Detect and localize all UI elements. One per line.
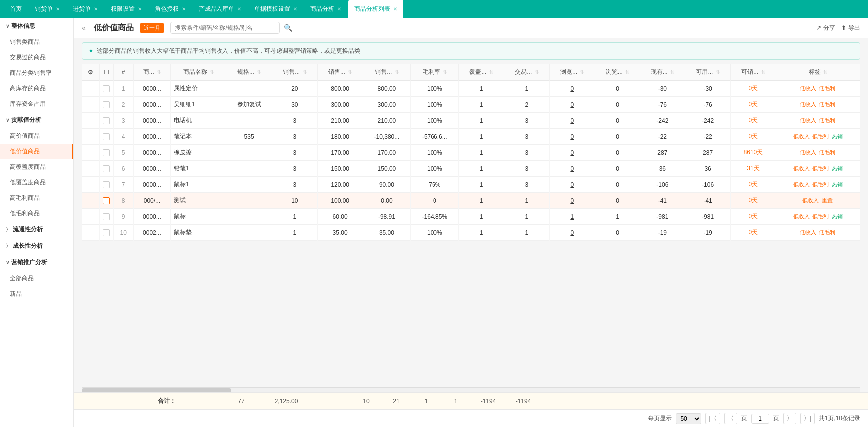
- table-row[interactable]: 9 0000... 鼠标 1 60.00 -98.91 -164.85% 1 1…: [82, 209, 860, 225]
- first-page-button[interactable]: |〈: [705, 413, 720, 424]
- next-page-button[interactable]: 〉: [783, 413, 796, 424]
- sidebar-item-stock-capital[interactable]: 库存资金占用: [0, 96, 73, 112]
- close-icon[interactable]: ✕: [393, 6, 397, 12]
- nav-home[interactable]: 首页: [4, 0, 28, 18]
- close-icon[interactable]: ✕: [56, 6, 60, 12]
- col-spec[interactable]: 规格... ⇅: [226, 64, 272, 81]
- row-browse1[interactable]: 0: [549, 81, 595, 97]
- sidebar-item-high-stock[interactable]: 高库存的商品: [0, 81, 73, 96]
- close-icon[interactable]: ✕: [293, 6, 297, 12]
- checkbox-cell[interactable]: [99, 177, 113, 193]
- prev-page-button[interactable]: 〈: [724, 413, 737, 424]
- col-current-stock[interactable]: 现有... ⇅: [640, 64, 685, 81]
- row-browse1[interactable]: 0: [549, 129, 595, 145]
- sidebar-item-high-value[interactable]: 高价值商品: [0, 128, 73, 144]
- table-row[interactable]: 7 0000... 鼠标1 3 120.00 90.00 75% 1 3 0 0…: [82, 177, 860, 193]
- per-page-select[interactable]: 50 100 200: [676, 413, 701, 424]
- checkbox-cell[interactable]: [99, 81, 113, 97]
- col-settings[interactable]: ⚙: [82, 64, 99, 81]
- col-margin-rate[interactable]: 毛利率 ⇅: [411, 64, 459, 81]
- collapse-button[interactable]: «: [82, 24, 86, 32]
- sidebar-item-low-margin[interactable]: 低毛利商品: [0, 206, 73, 221]
- sidebar-group-growth[interactable]: 〉 成长性分析: [0, 238, 73, 254]
- row-checkbox[interactable]: [103, 85, 110, 92]
- sidebar-item-high-margin[interactable]: 高毛利商品: [0, 190, 73, 206]
- page-input[interactable]: [751, 414, 769, 424]
- col-sales3[interactable]: 销售... ⇅: [363, 64, 411, 81]
- sidebar-group-overall[interactable]: ∨ 整体信息: [0, 18, 73, 34]
- sidebar-item-traded-products[interactable]: 交易过的商品: [0, 50, 73, 65]
- row-browse1[interactable]: 0: [549, 177, 595, 193]
- checkbox-cell[interactable]: [99, 209, 113, 225]
- table-row[interactable]: 8 000/... 测试 10 100.00 0.00 0 1 1 0 0 -4…: [82, 193, 860, 209]
- row-browse1[interactable]: 0: [549, 113, 595, 129]
- sidebar-item-low-coverage[interactable]: 低覆盖度商品: [0, 175, 73, 190]
- row-browse1[interactable]: 0: [549, 161, 595, 177]
- checkbox-cell[interactable]: [99, 129, 113, 145]
- col-sales1[interactable]: 销售... ⇅: [272, 64, 317, 81]
- date-range-tag[interactable]: 近一月: [140, 23, 164, 33]
- col-available[interactable]: 可用... ⇅: [685, 64, 731, 81]
- export-button[interactable]: ⬆ 导出: [841, 24, 860, 32]
- row-checkbox[interactable]: [103, 149, 110, 156]
- sidebar-item-new-products[interactable]: 新品: [0, 286, 73, 302]
- sidebar-item-category-sales-rate[interactable]: 商品分类销售率: [0, 65, 73, 81]
- data-table-container[interactable]: ⚙ ☐ # 商... ⇅ 商品名称 ⇅ 规格... ⇅ 销售... ⇅ 销售..…: [82, 64, 860, 387]
- col-sellable[interactable]: 可销... ⇅: [731, 64, 776, 81]
- checkbox-cell[interactable]: [99, 193, 113, 209]
- row-browse1[interactable]: 0: [549, 145, 595, 161]
- close-icon[interactable]: ✕: [138, 6, 142, 12]
- table-row[interactable]: 1 0000... 属性定价 20 800.00 800.00 100% 1 1…: [82, 81, 860, 97]
- close-icon[interactable]: ✕: [237, 6, 241, 12]
- row-checkbox[interactable]: [103, 197, 110, 204]
- table-row[interactable]: 5 0000... 橡皮擦 3 170.00 170.00 100% 1 3 0…: [82, 145, 860, 161]
- row-checkbox[interactable]: [103, 181, 110, 188]
- sidebar-group-contribution[interactable]: ∨ 贡献值分析: [0, 112, 73, 128]
- col-browse1[interactable]: 浏览... ⇅: [549, 64, 595, 81]
- search-input[interactable]: [170, 22, 280, 34]
- sidebar-item-high-coverage[interactable]: 高覆盖度商品: [0, 159, 73, 175]
- col-browse2[interactable]: 浏览... ⇅: [595, 64, 640, 81]
- checkbox-cell[interactable]: [99, 161, 113, 177]
- close-icon[interactable]: ✕: [182, 6, 186, 12]
- nav-product-storage[interactable]: 产成品入库单 ✕: [193, 0, 247, 18]
- table-row[interactable]: 10 0002... 鼠标垫 1 35.00 35.00 100% 1 1 0 …: [82, 225, 860, 241]
- nav-permissions[interactable]: 权限设置 ✕: [105, 0, 148, 18]
- last-page-button[interactable]: 〉|: [800, 413, 815, 424]
- sidebar-group-marketing[interactable]: ∨ 营销推广分析: [0, 254, 73, 271]
- table-row[interactable]: 6 0000... 铅笔1 3 150.00 150.00 100% 1 3 0…: [82, 161, 860, 177]
- checkbox-cell[interactable]: [99, 113, 113, 129]
- nav-product-analysis-list[interactable]: 商品分析列表 ✕: [348, 0, 403, 18]
- close-icon[interactable]: ✕: [94, 6, 98, 12]
- row-checkbox[interactable]: [103, 213, 110, 220]
- sidebar-item-low-value[interactable]: 低价值商品: [0, 144, 73, 159]
- col-tags[interactable]: 标签 ⇅: [776, 64, 860, 81]
- nav-template-settings[interactable]: 单据模板设置 ✕: [248, 0, 303, 18]
- sidebar-item-all-products[interactable]: 全部商品: [0, 271, 73, 286]
- table-row[interactable]: 2 0000... 吴细细1 参加复试 30 300.00 300.00 100…: [82, 97, 860, 113]
- row-checkbox[interactable]: [103, 133, 110, 140]
- nav-product-analysis[interactable]: 商品分析 ✕: [304, 0, 347, 18]
- row-browse1[interactable]: 1: [549, 209, 595, 225]
- col-trade[interactable]: 交易... ⇅: [504, 64, 550, 81]
- row-checkbox[interactable]: [103, 229, 110, 236]
- share-button[interactable]: ↗ 分享: [816, 24, 835, 32]
- col-name[interactable]: 商品名称 ⇅: [171, 64, 226, 81]
- col-sales2[interactable]: 销售... ⇅: [317, 64, 363, 81]
- row-checkbox[interactable]: [103, 101, 110, 108]
- row-browse1[interactable]: 0: [549, 97, 595, 113]
- scrollbar-thumb[interactable]: [82, 388, 231, 392]
- row-browse1[interactable]: 0: [549, 193, 595, 209]
- nav-roles[interactable]: 角色授权 ✕: [149, 0, 192, 18]
- col-checkbox[interactable]: ☐: [99, 64, 113, 81]
- checkbox-cell[interactable]: [99, 225, 113, 241]
- nav-purchase[interactable]: 进货单 ✕: [67, 0, 104, 18]
- horizontal-scrollbar[interactable]: [82, 387, 860, 392]
- table-row[interactable]: 3 0000... 电话机 3 210.00 210.00 100% 1 3 0…: [82, 113, 860, 129]
- search-icon[interactable]: 🔍: [284, 24, 292, 32]
- sidebar-item-sales-products[interactable]: 销售类商品: [0, 34, 73, 50]
- nav-sales[interactable]: 销货单 ✕: [29, 0, 66, 18]
- col-coverage[interactable]: 覆盖... ⇅: [459, 64, 504, 81]
- checkbox-cell[interactable]: [99, 97, 113, 113]
- close-icon[interactable]: ✕: [337, 6, 341, 12]
